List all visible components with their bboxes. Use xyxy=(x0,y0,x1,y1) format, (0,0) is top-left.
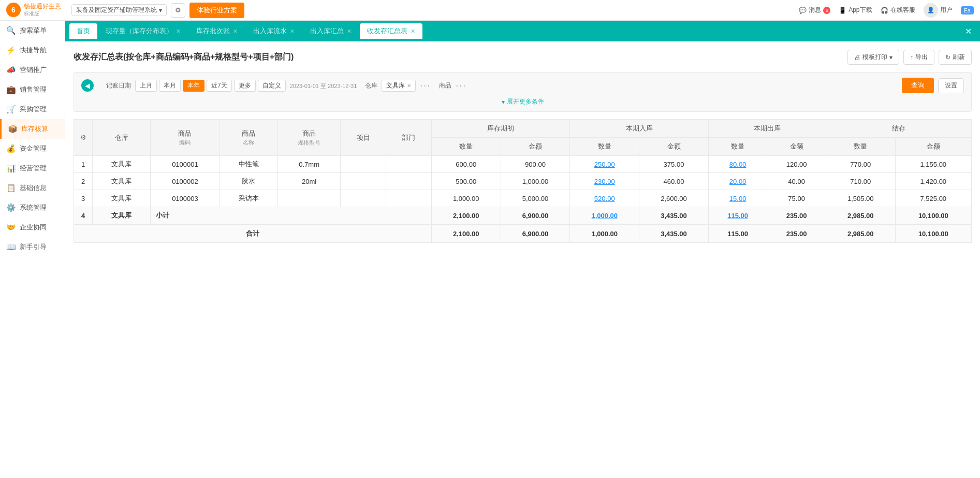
marketing-icon: 📣 xyxy=(6,65,16,75)
app-download-item[interactable]: 📱 App下载 xyxy=(839,6,872,15)
experience-button[interactable]: 体验行业方案 xyxy=(189,3,244,18)
online-service-item[interactable]: 🎧 在线客服 xyxy=(881,6,915,15)
tab-flow-label: 出入库流水 xyxy=(253,26,287,36)
tab-summary[interactable]: 出入库汇总 ✕ xyxy=(303,23,359,39)
tab-flow[interactable]: 出入库流水 ✕ xyxy=(246,23,302,39)
page-title: 收发存汇总表(按仓库+商品编码+商品+规格型号+项目+部门) xyxy=(74,52,294,63)
date-filter-section: 记账日期 上月 本月 本年 近7天 更多 自定义 2023-01-01 至 20… xyxy=(106,80,357,92)
sidebar-label-sales: 销售管理 xyxy=(20,85,47,94)
warehouse-tag[interactable]: 文具库 ✕ xyxy=(382,80,416,92)
sales-icon: 💼 xyxy=(6,85,16,94)
settings-button[interactable]: 设置 xyxy=(938,78,964,93)
row3-balance-amt: 7,525.00 xyxy=(895,190,971,207)
th-balance-amt: 金额 xyxy=(895,138,971,156)
table-container: ⚙ 仓库 商品编码 商品名称 商品规格型号 项目 部门 库存期初 本期入库 本期… xyxy=(74,119,972,243)
th-project: 项目 xyxy=(341,120,386,156)
th-in-amt: 金额 xyxy=(639,138,709,156)
sidebar-label-finance: 资金管理 xyxy=(20,144,47,153)
th-warehouse: 仓库 xyxy=(93,120,151,156)
user-item[interactable]: 👤 用户 xyxy=(924,3,953,18)
row3-in-qty[interactable]: 520.00 xyxy=(570,190,639,207)
date-btn-this-year[interactable]: 本年 xyxy=(183,80,204,92)
page-content: 收发存汇总表(按仓库+商品编码+商品+规格型号+项目+部门) 🖨 模板打印 ▾ … xyxy=(65,41,980,478)
sidebar-item-purchase[interactable]: 🛒 采购管理 xyxy=(0,99,65,119)
sidebar-item-guide[interactable]: 📖 新手引导 xyxy=(0,237,65,257)
subtotal-in-qty[interactable]: 1,000.00 xyxy=(570,207,639,225)
subtotal-balance-amt: 10,100.00 xyxy=(895,207,971,225)
row3-opening-qty: 1,000.00 xyxy=(431,190,501,207)
chevron-down-icon: ▾ xyxy=(502,98,505,106)
tab-batch[interactable]: 库存批次账 ✕ xyxy=(189,23,245,39)
date-btn-7days[interactable]: 近7天 xyxy=(207,80,232,92)
tab-bar-close[interactable]: ✕ xyxy=(961,26,976,36)
sidebar-label-management: 经营管理 xyxy=(20,164,47,173)
nav-icon: ⚡ xyxy=(6,46,16,55)
sidebar-item-nav[interactable]: ⚡ 快捷导航 xyxy=(0,40,65,60)
row1-name: 中性笔 xyxy=(220,156,277,173)
date-btn-last-month[interactable]: 上月 xyxy=(135,80,157,92)
row2-out-qty[interactable]: 20.00 xyxy=(708,173,767,190)
row1-code: 0100001 xyxy=(151,156,220,173)
row1-out-amt: 120.00 xyxy=(767,156,826,173)
tab-stock-summary-label: 收发存汇总表 xyxy=(367,26,407,36)
warehouse-more[interactable]: ··· xyxy=(420,80,431,91)
date-btn-this-month[interactable]: 本月 xyxy=(159,80,181,92)
tab-batch-close[interactable]: ✕ xyxy=(233,28,238,35)
system-selector[interactable]: 装备及固定资产辅助管理系统 ▾ xyxy=(71,4,167,16)
total-row: 合计 2,100.00 6,900.00 1,000.00 3,435.00 1… xyxy=(74,224,972,243)
expand-button[interactable]: ▾ 展开更多条件 xyxy=(502,97,544,106)
date-btn-custom[interactable]: 自定义 xyxy=(258,80,286,92)
system-name: 装备及固定资产辅助管理系统 xyxy=(76,6,157,15)
row1-index: 1 xyxy=(74,156,93,173)
row3-out-qty[interactable]: 15.00 xyxy=(708,190,767,207)
date-btn-more[interactable]: 更多 xyxy=(234,80,256,92)
sidebar-item-management[interactable]: 📊 经营管理 xyxy=(0,158,65,178)
subtotal-row: 4 文具库 小计 2,100.00 6,900.00 1,000.00 3,43… xyxy=(74,207,972,225)
sidebar-item-inventory[interactable]: 📦 库存核算 xyxy=(0,119,65,139)
sidebar-item-cooperation[interactable]: 🤝 企业协同 xyxy=(0,218,65,237)
tab-current-stock[interactable]: 现存量（库存分布表） ✕ xyxy=(98,23,188,39)
collapse-button[interactable]: ◀ xyxy=(81,79,94,92)
refresh-button[interactable]: ↻ 刷新 xyxy=(939,50,972,65)
row3-code: 0100003 xyxy=(151,190,220,207)
export-icon: ↑ xyxy=(910,54,913,61)
th-opening-qty: 数量 xyxy=(431,138,501,156)
search-icon: 🔍 xyxy=(6,26,16,35)
sidebar-item-basic[interactable]: 📋 基础信息 xyxy=(0,178,65,198)
message-item[interactable]: 💬 消息 6 xyxy=(799,6,830,15)
export-button[interactable]: ↑ 导出 xyxy=(903,50,934,65)
subtotal-out-amt: 235.00 xyxy=(767,207,826,225)
row3-project xyxy=(341,190,386,207)
printer-icon: 🖨 xyxy=(854,54,860,61)
query-button[interactable]: 查询 xyxy=(902,78,934,93)
sidebar-item-marketing[interactable]: 📣 营销推广 xyxy=(0,60,65,80)
row2-out-amt: 40.00 xyxy=(767,173,826,190)
goods-more[interactable]: ··· xyxy=(456,80,466,91)
logo-name: 畅捷通好生意 xyxy=(24,3,61,10)
subtotal-out-qty[interactable]: 115.00 xyxy=(708,207,767,225)
gear-button[interactable]: ⚙ xyxy=(171,3,185,18)
th-settings[interactable]: ⚙ xyxy=(74,120,93,156)
total-in-amt: 3,435.00 xyxy=(639,224,709,243)
row2-in-qty[interactable]: 230.00 xyxy=(570,173,639,190)
warehouse-tag-close[interactable]: ✕ xyxy=(407,83,411,89)
row2-warehouse: 文具库 xyxy=(93,173,151,190)
tab-stock-summary-close[interactable]: ✕ xyxy=(411,28,415,35)
tab-summary-close[interactable]: ✕ xyxy=(347,28,352,35)
sidebar-item-system[interactable]: ⚙️ 系统管理 xyxy=(0,198,65,218)
logo-area: 6 畅捷通好生意 标准版 xyxy=(6,3,61,17)
sidebar-item-sales[interactable]: 💼 销售管理 xyxy=(0,80,65,99)
row2-index: 2 xyxy=(74,173,93,190)
row1-in-qty[interactable]: 250.00 xyxy=(570,156,639,173)
row1-out-qty[interactable]: 80.00 xyxy=(708,156,767,173)
tab-home[interactable]: 首页 xyxy=(69,23,97,39)
print-button[interactable]: 🖨 模板打印 ▾ xyxy=(847,50,899,65)
th-balance-group: 结存 xyxy=(826,120,971,138)
tab-current-stock-close[interactable]: ✕ xyxy=(176,28,181,35)
row1-opening-amt: 900.00 xyxy=(501,156,570,173)
tab-flow-close[interactable]: ✕ xyxy=(290,28,295,35)
sidebar-item-finance[interactable]: 💰 资金管理 xyxy=(0,139,65,158)
sidebar-item-search[interactable]: 🔍 搜索菜单 xyxy=(0,21,65,40)
system-icon: ⚙️ xyxy=(6,203,16,212)
tab-stock-summary[interactable]: 收发存汇总表 ✕ xyxy=(360,23,422,39)
